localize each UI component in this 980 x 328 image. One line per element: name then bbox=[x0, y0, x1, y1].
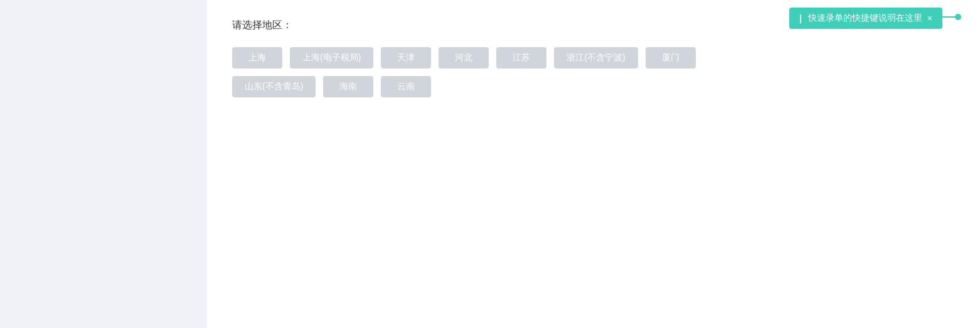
region-btn-row2-1[interactable]: 海南 bbox=[323, 76, 373, 97]
region-btn-row2-0[interactable]: 山东(不含青岛) bbox=[232, 76, 316, 97]
region-row-2: 山东(不含青岛)海南云南 bbox=[232, 76, 955, 97]
region-btn-row1-0[interactable]: 上海 bbox=[232, 47, 282, 68]
region-btn-row1-1[interactable]: 上海(电子税局) bbox=[290, 47, 373, 68]
region-btn-row1-2[interactable]: 天津 bbox=[381, 47, 431, 68]
sidebar bbox=[0, 0, 207, 328]
region-btn-row1-3[interactable]: 河北 bbox=[439, 47, 489, 68]
tooltip-text: 快速录单的快捷键说明在这里 bbox=[808, 13, 922, 24]
tooltip-connector-line bbox=[942, 16, 955, 18]
region-row-1: 上海上海(电子税局)天津河北江苏浙江(不含宁波)厦门 bbox=[232, 47, 955, 68]
region-btn-row1-5[interactable]: 浙江(不含宁波) bbox=[554, 47, 637, 68]
tooltip-close-button[interactable]: × bbox=[927, 14, 932, 23]
region-btn-row1-4[interactable]: 江苏 bbox=[496, 47, 546, 68]
region-btn-row2-2[interactable]: 云南 bbox=[381, 76, 431, 97]
tooltip-banner: 快速录单的快捷键说明在这里 × bbox=[789, 8, 942, 29]
main-content: 请选择地区： 上海上海(电子税局)天津河北江苏浙江(不含宁波)厦门 山东(不含青… bbox=[207, 0, 980, 328]
tooltip-connector-dot bbox=[955, 14, 961, 20]
region-btn-row1-6[interactable]: 厦门 bbox=[646, 47, 696, 68]
